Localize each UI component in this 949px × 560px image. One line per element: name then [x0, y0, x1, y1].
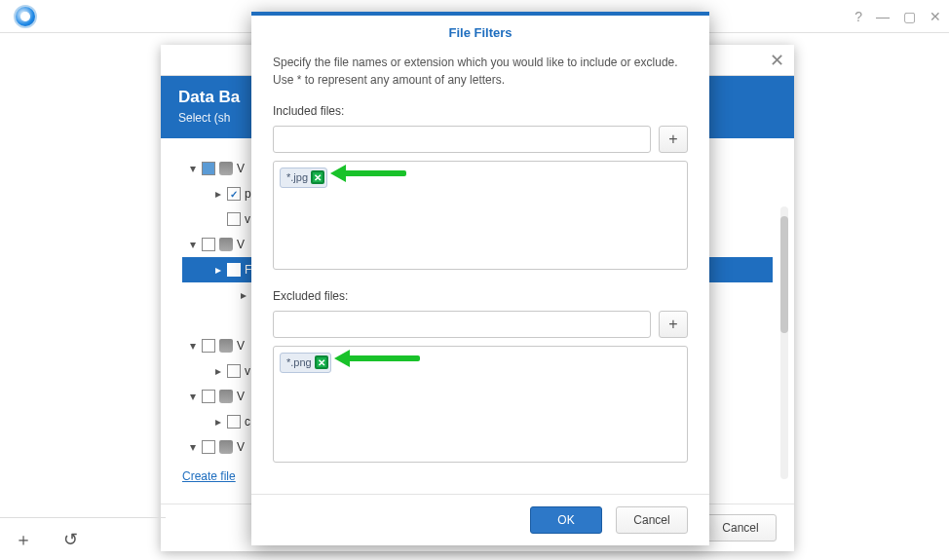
dialog-description: Specify the file names or extension whic…: [273, 54, 688, 89]
window-controls: ? — ▢ ✕: [854, 9, 941, 24]
volume-icon: [219, 162, 233, 175]
plus-icon: ＋: [15, 528, 32, 551]
tree-label: p: [245, 187, 251, 201]
included-label: Included files:: [273, 102, 688, 120]
included-input-row: +: [273, 126, 688, 153]
volume-icon: [219, 238, 233, 251]
tree-label: c: [245, 415, 250, 429]
chevron-down-icon[interactable]: ▾: [188, 440, 198, 454]
close-icon[interactable]: ✕: [930, 9, 941, 24]
volume-icon: [219, 440, 233, 454]
chevron-down-icon[interactable]: ▾: [188, 390, 198, 403]
create-file-filter-link[interactable]: Create file: [182, 469, 236, 483]
excluded-tag: *.png ✕: [280, 353, 331, 373]
tree-checkbox[interactable]: [202, 339, 215, 353]
chevron-right-icon[interactable]: ▸: [239, 288, 248, 302]
maximize-icon[interactable]: ▢: [903, 9, 916, 24]
excluded-input[interactable]: [273, 311, 651, 338]
dialog-footer: OK Cancel: [251, 494, 709, 545]
chevron-right-icon[interactable]: ▸: [213, 187, 223, 201]
chevron-right-icon[interactable]: ▸: [213, 415, 223, 429]
chevron-down-icon[interactable]: ▾: [188, 162, 198, 175]
annotation-arrow: [334, 352, 422, 365]
help-icon[interactable]: ?: [854, 9, 862, 24]
volume-icon: [219, 339, 233, 353]
add-excluded-button[interactable]: +: [659, 311, 688, 338]
excluded-tag-text: *.png: [286, 355, 312, 371]
history-button[interactable]: ↺: [47, 518, 94, 561]
chevron-down-icon[interactable]: ▾: [188, 238, 198, 251]
excluded-label: Excluded files:: [273, 287, 688, 305]
excluded-tags-area[interactable]: *.png ✕: [273, 346, 688, 463]
ok-button[interactable]: OK: [530, 506, 602, 534]
tree-label: V: [237, 339, 245, 353]
tree-checkbox[interactable]: [227, 415, 241, 429]
tree-checkbox[interactable]: [227, 212, 241, 226]
minimize-icon[interactable]: —: [876, 9, 890, 24]
add-task-button[interactable]: ＋: [0, 518, 47, 561]
included-tag: *.jpg ✕: [280, 168, 327, 188]
file-filters-dialog: File Filters Specify the file names or e…: [251, 12, 709, 545]
annotation-arrow: [330, 167, 408, 180]
included-tag-text: *.jpg: [286, 169, 308, 186]
tree-label: v: [245, 364, 250, 378]
excluded-input-row: +: [273, 311, 688, 338]
tree-checkbox[interactable]: [202, 440, 215, 454]
tree-label: V: [237, 238, 245, 251]
chevron-down-icon[interactable]: ▾: [188, 339, 198, 353]
chevron-right-icon[interactable]: ▸: [213, 364, 223, 378]
tree-checkbox[interactable]: [202, 238, 215, 251]
tree-label: V: [237, 162, 245, 175]
dialog-title: File Filters: [251, 16, 709, 54]
tree-label: v: [245, 212, 250, 226]
app-logo: [14, 5, 37, 28]
task-toolbar: ＋ ↺: [0, 517, 166, 560]
cancel-button[interactable]: Cancel: [704, 514, 777, 541]
tree-checkbox[interactable]: [227, 364, 241, 378]
included-input[interactable]: [273, 126, 651, 153]
remove-tag-icon[interactable]: ✕: [311, 170, 324, 184]
add-included-button[interactable]: +: [659, 126, 688, 153]
scrollbar-thumb[interactable]: [780, 216, 788, 333]
chevron-right-icon[interactable]: ▸: [213, 263, 223, 277]
tree-label: V: [237, 440, 245, 454]
volume-icon: [219, 390, 233, 403]
included-tags-area[interactable]: *.jpg ✕: [273, 161, 688, 270]
tree-checkbox[interactable]: [227, 187, 241, 201]
remove-tag-icon[interactable]: ✕: [315, 355, 328, 369]
scrollbar[interactable]: [780, 206, 788, 479]
cancel-button[interactable]: Cancel: [616, 506, 688, 534]
tree-checkbox[interactable]: [202, 390, 215, 403]
history-icon: ↺: [63, 529, 78, 550]
tree-checkbox[interactable]: [227, 263, 241, 277]
dialog-body: Specify the file names or extension whic…: [251, 54, 709, 494]
tree-label: V: [237, 390, 245, 403]
wizard-close-icon[interactable]: ✕: [770, 50, 784, 71]
tree-checkbox[interactable]: [202, 162, 215, 175]
